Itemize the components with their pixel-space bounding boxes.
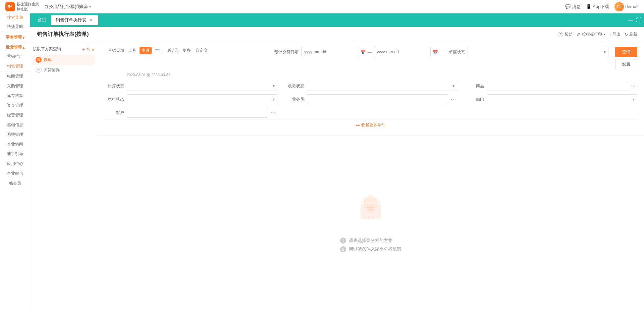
add-scheme-icon[interactable]: + bbox=[82, 47, 85, 52]
refresh-button[interactable]: ↻ 刷新 bbox=[625, 32, 637, 37]
expected-date-label: 预计交货日期 bbox=[274, 49, 299, 55]
outstock-select[interactable] bbox=[127, 81, 277, 91]
sidebar-item-operations[interactable]: 经营管理 bbox=[0, 110, 30, 120]
right-content: 单据日期 上月 本月 本年 近7天 更多 自定义 预计交货日期 bbox=[97, 42, 644, 310]
sidebar-item-enterprise[interactable]: 企业协同 bbox=[0, 140, 30, 149]
sidebar-item-inventory[interactable]: 库存核算 bbox=[0, 91, 30, 101]
tab-close-icon[interactable]: × bbox=[88, 17, 94, 23]
app-download-icon: 📱 bbox=[586, 4, 591, 9]
export-icon: ↑ bbox=[609, 32, 611, 37]
main-layout: 搜索菜单 快捷导航 零售管理 ▾ 批发管理 ▴ 营销推广 销售管理 电商管理 采… bbox=[0, 13, 644, 310]
customer-label: 客户 bbox=[104, 110, 124, 116]
dept-select[interactable] bbox=[487, 94, 637, 104]
date-tab-curr[interactable]: 本月 bbox=[140, 47, 152, 54]
sidebar-item-members[interactable]: 畅会员 bbox=[0, 178, 30, 188]
sidebar-wholesale-header[interactable]: 批发管理 ▴ bbox=[0, 42, 30, 52]
left-panel: 按以下方案查询 + ✎ « 按 按单 欠 欠货情况 bbox=[30, 42, 97, 310]
scheme-icon-1: 按 bbox=[36, 57, 42, 63]
collapse-button[interactable]: ▴▴ 收起更多条件 bbox=[104, 119, 637, 131]
main-content: 按以下方案查询 + ✎ « 按 按单 欠 欠货情况 bbox=[30, 42, 644, 310]
search-button[interactable]: 查询 bbox=[615, 47, 637, 57]
sidebar-section-retail: 零售管理 ▾ bbox=[0, 32, 30, 42]
date-tabs: 上月 本月 本年 近7天 更多 自定义 bbox=[127, 47, 209, 54]
payment-select[interactable] bbox=[307, 81, 458, 91]
user-menu[interactable]: Ea demo2 bbox=[614, 2, 639, 11]
payment-select-wrap bbox=[307, 81, 458, 91]
sidebar-item-system[interactable]: 系统管理 bbox=[0, 130, 30, 140]
scheme-item-1[interactable]: 按 按单 bbox=[33, 55, 94, 65]
logo-icon: 好 bbox=[5, 2, 15, 11]
sidebar-item-newbie[interactable]: 新手引导 bbox=[0, 149, 30, 159]
hint-num-1: 1 bbox=[340, 238, 346, 244]
date-tab-7days[interactable]: 近7天 bbox=[166, 47, 179, 54]
sidebar-item-wechat[interactable]: 企业微信 bbox=[0, 169, 30, 178]
top-bar: 好 畅捷通好生意 标账版 办公用品行业模拟账套 ▾ 💬 消息 📱 App下载 E… bbox=[0, 0, 644, 13]
sidebar-item-apps[interactable]: 应用中心 bbox=[0, 159, 30, 169]
calendar-icon-1: 📅 bbox=[360, 50, 366, 55]
sidebar-search-btn[interactable]: 搜索菜单 bbox=[0, 13, 30, 22]
payment-label: 收款状态 bbox=[284, 83, 304, 89]
sidebar-item-quick-nav[interactable]: 快捷导航 bbox=[0, 22, 30, 32]
doc-status-select-wrap bbox=[468, 47, 608, 57]
scheme-item-2[interactable]: 欠 欠货情况 bbox=[33, 65, 94, 75]
salesperson-input[interactable] bbox=[307, 94, 448, 104]
goods-label: 商品 bbox=[464, 83, 484, 89]
sidebar-item-sales[interactable]: 销售管理 bbox=[0, 61, 30, 71]
sidebar-item-marketing[interactable]: 营销推广 bbox=[0, 52, 30, 61]
svg-rect-4 bbox=[367, 207, 375, 208]
edit-scheme-icon[interactable]: ✎ bbox=[86, 47, 90, 52]
help-button[interactable]: ? 帮助 bbox=[558, 32, 573, 37]
sidebar-item-basic[interactable]: 基础信息 bbox=[0, 120, 30, 130]
page-title: 销售订单执行表(按单) bbox=[37, 31, 89, 42]
page-header-actions: ? 帮助 🖨 按模板打印 ▾ ↑ 导出 ↻ 刷新 bbox=[558, 32, 637, 41]
print-button[interactable]: 🖨 按模板打印 ▾ bbox=[577, 32, 605, 37]
expected-date-to[interactable] bbox=[374, 47, 431, 57]
sidebar-item-purchase[interactable]: 采购管理 bbox=[0, 81, 30, 91]
date-tab-year[interactable]: 本年 bbox=[154, 47, 164, 54]
collapse-panel-icon[interactable]: « bbox=[92, 47, 94, 52]
sidebar-retail-header[interactable]: 零售管理 ▾ bbox=[0, 32, 30, 42]
logo-area: 好 畅捷通好生意 标账版 bbox=[5, 2, 39, 11]
app-title[interactable]: 办公用品行业模拟账套 ▾ bbox=[44, 4, 91, 10]
customer-dots-icon[interactable]: ··· bbox=[271, 110, 277, 116]
app-download-button[interactable]: 📱 App下载 bbox=[586, 4, 609, 10]
expected-date-from[interactable] bbox=[301, 47, 358, 57]
tab-sales-exec[interactable]: 销售订单执行表 × bbox=[51, 15, 98, 25]
page-header: 销售订单执行表(按单) ? 帮助 🖨 按模板打印 ▾ ↑ 导出 ↻ 刷新 bbox=[30, 27, 644, 42]
exec-label: 执行状态 bbox=[104, 97, 124, 102]
date-tab-more[interactable]: 更多 bbox=[181, 47, 192, 54]
svg-marker-2 bbox=[361, 194, 381, 203]
tab-maximize-btn[interactable]: ⛶ bbox=[636, 17, 641, 23]
goods-dots-icon[interactable]: ··· bbox=[631, 83, 637, 89]
empty-state: 1 请先选择要分析的方案 2 用过滤条件来缩小分析范围 bbox=[97, 136, 644, 310]
outstock-label: 出库状态 bbox=[104, 83, 124, 89]
hint-num-2: 2 bbox=[340, 246, 346, 252]
tab-minimize-btn[interactable]: — bbox=[628, 17, 633, 23]
svg-rect-5 bbox=[367, 209, 373, 210]
message-icon: 💬 bbox=[565, 4, 571, 9]
calendar-icon-2: 📅 bbox=[433, 50, 438, 55]
exec-select[interactable] bbox=[127, 94, 277, 104]
salesperson-dots-icon[interactable]: ··· bbox=[451, 96, 457, 102]
settings-button[interactable]: 设置 bbox=[615, 59, 637, 69]
help-icon: ? bbox=[558, 32, 563, 37]
customer-input[interactable] bbox=[127, 108, 268, 118]
top-bar-left: 好 畅捷通好生意 标账版 办公用品行业模拟账套 ▾ bbox=[5, 2, 91, 11]
dept-label: 部门 bbox=[464, 97, 484, 102]
salesperson-label: 业务员 bbox=[284, 97, 304, 102]
sidebar-section-wholesale: 批发管理 ▴ 营销推广 销售管理 bbox=[0, 42, 30, 71]
date-label: 单据日期 bbox=[104, 48, 124, 53]
date-tab-custom[interactable]: 自定义 bbox=[194, 47, 209, 54]
doc-status-select[interactable] bbox=[468, 47, 608, 57]
date-tab-prev[interactable]: 上月 bbox=[127, 47, 138, 54]
date-range-display: 2023-03-01 至 2023-03-31 bbox=[127, 72, 170, 78]
sidebar-item-ecommerce[interactable]: 电商管理 bbox=[0, 71, 30, 81]
goods-input[interactable] bbox=[487, 81, 628, 91]
tab-bar: 首页 销售订单执行表 × — ⛶ bbox=[30, 13, 644, 27]
dept-select-wrap bbox=[487, 94, 637, 104]
message-button[interactable]: 💬 消息 bbox=[565, 4, 581, 10]
tab-home[interactable]: 首页 bbox=[33, 15, 51, 25]
print-icon: 🖨 bbox=[577, 32, 581, 37]
export-button[interactable]: ↑ 导出 bbox=[609, 32, 621, 37]
sidebar-item-finance[interactable]: 资金管理 bbox=[0, 101, 30, 110]
